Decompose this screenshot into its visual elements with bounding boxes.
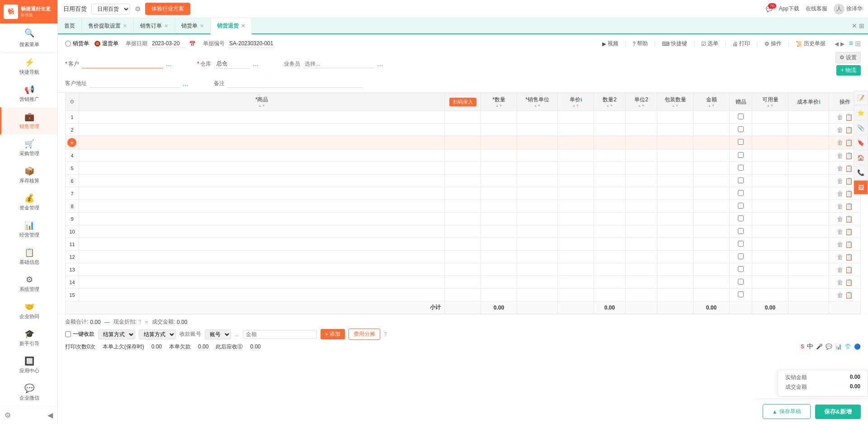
- address-input[interactable]: [90, 79, 180, 88]
- sidebar-item-sales[interactable]: 💼 销售管理: [0, 107, 57, 134]
- cell-pack-1[interactable]: [657, 111, 693, 124]
- gift-checkbox-1[interactable]: [738, 114, 744, 119]
- quick-icon-notes[interactable]: 📝: [854, 91, 868, 105]
- gift-checkbox-3[interactable]: [738, 139, 744, 145]
- th-scan[interactable]: 扫码录入: [445, 93, 481, 111]
- sidebar-item-inventory[interactable]: 📦 库存核算: [0, 162, 57, 189]
- user-area[interactable]: 人 徐泽华: [834, 4, 863, 14]
- bottom-icon-5[interactable]: 📊: [835, 343, 842, 350]
- copy-icon-2[interactable]: 📋: [845, 126, 853, 133]
- quick-icon-bookmark[interactable]: 🔖: [854, 135, 868, 150]
- quick-icon-home[interactable]: 🏠: [854, 150, 868, 165]
- video-btn[interactable]: ▶ 视频: [599, 39, 621, 48]
- copy-icon-4[interactable]: 📋: [845, 152, 853, 159]
- fee-help-icon[interactable]: ?: [384, 331, 387, 338]
- nav-next-icon[interactable]: ▶: [840, 41, 844, 47]
- sidebar-item-finance[interactable]: 💰 资金管理: [0, 189, 57, 216]
- th-avail-sort[interactable]: ▲▼: [754, 104, 786, 108]
- account-picker-btn[interactable]: ...: [235, 331, 239, 338]
- view-list-icon[interactable]: ≡: [849, 39, 853, 48]
- sidebar-collapse-icon[interactable]: ◀: [47, 411, 53, 419]
- th-gear[interactable]: ⚙: [66, 93, 79, 111]
- sidebar-item-newbie[interactable]: 🎓 新手引导: [0, 324, 57, 352]
- cell-unit2-1[interactable]: [626, 111, 657, 124]
- tab-sr-close[interactable]: ✕: [241, 23, 245, 29]
- customer-input[interactable]: [82, 60, 163, 68]
- bottom-icon-3[interactable]: 🎤: [816, 343, 823, 350]
- tab-menu-icon[interactable]: ⊞: [859, 22, 864, 29]
- delete-icon-1[interactable]: 🗑: [837, 114, 843, 121]
- view-grid-icon[interactable]: ⊞: [855, 39, 861, 48]
- tab-sd-close[interactable]: ✕: [200, 23, 204, 29]
- shortcut-btn[interactable]: ⌨ 快捷键: [659, 39, 690, 48]
- operate-btn[interactable]: ⚙ 操作: [762, 39, 784, 48]
- tab-sales-delivery[interactable]: 销货单 ✕: [175, 18, 211, 34]
- quick-icon-phone[interactable]: 📞: [854, 165, 868, 180]
- delete-icon-2[interactable]: 🗑: [837, 126, 843, 133]
- sidebar-item-quicknav[interactable]: ⚡ 快捷导航: [0, 53, 57, 80]
- cell-qty2-1[interactable]: [594, 111, 626, 124]
- tab-price-setting[interactable]: 售价提取设置 ✕: [82, 18, 134, 34]
- save-draft-btn[interactable]: ▲ 保存草稿: [763, 404, 811, 419]
- app-download-btn[interactable]: App下载: [779, 5, 799, 13]
- copy-icon-3[interactable]: 📋: [845, 139, 853, 146]
- bottom-icon-2[interactable]: 中: [807, 343, 813, 351]
- one-click-payment-label[interactable]: 一键收款: [65, 330, 94, 338]
- salesperson-picker-btn[interactable]: ...: [377, 60, 383, 68]
- gift-checkbox-4[interactable]: [738, 152, 744, 158]
- cell-product-2[interactable]: [79, 124, 445, 136]
- sidebar-item-purchase[interactable]: 🛒 采购管理: [0, 134, 57, 162]
- sidebar-item-appstore[interactable]: 🔲 应用中心: [0, 352, 57, 379]
- sidebar-item-wechat[interactable]: 💬 企业微信: [0, 379, 57, 406]
- one-click-checkbox[interactable]: [65, 331, 71, 337]
- radio-sales-return[interactable]: 退货单: [94, 40, 118, 48]
- cell-product-1[interactable]: [79, 111, 445, 124]
- tab-sales-return[interactable]: 销货退货 ✕: [211, 18, 252, 34]
- cell-product-3[interactable]: [79, 136, 445, 149]
- sidebar-item-marketing[interactable]: 📢 营销推广: [0, 80, 57, 107]
- cost-price-info-icon[interactable]: ℹ: [819, 99, 821, 105]
- radio-sales-delivery[interactable]: 销货单: [65, 40, 89, 48]
- cell-amount-1[interactable]: [693, 111, 730, 124]
- sidebar-item-search[interactable]: 🔍 搜索菜单: [0, 24, 57, 53]
- cell-price-1[interactable]: [558, 111, 594, 124]
- help-btn[interactable]: ? 帮助: [630, 39, 651, 48]
- th-unit2-sort[interactable]: ▲▼: [627, 104, 655, 108]
- th-qty-sort[interactable]: ▲▼: [483, 104, 515, 108]
- scan-btn[interactable]: 扫码录入: [449, 98, 476, 106]
- add-logistics-btn[interactable]: + 物流: [836, 65, 861, 76]
- add-payment-btn[interactable]: + 添加: [321, 329, 345, 339]
- nav-prev-icon[interactable]: ◀: [835, 41, 839, 47]
- delete-icon-3[interactable]: 🗑: [837, 139, 843, 146]
- copy-icon-1[interactable]: 📋: [845, 114, 853, 121]
- th-price-sort[interactable]: ▲▼: [560, 104, 592, 108]
- tab-home[interactable]: 首页: [58, 18, 82, 34]
- category-select[interactable]: 日用百货: [91, 4, 130, 14]
- customer-picker-btn[interactable]: ...: [166, 60, 172, 68]
- history-btn[interactable]: 📜 历史单据: [793, 39, 828, 48]
- product-input-1[interactable]: [81, 114, 443, 120]
- remark-input[interactable]: [227, 79, 363, 88]
- online-service-btn[interactable]: 在线客服: [806, 5, 827, 13]
- warehouse-picker-btn[interactable]: ...: [253, 60, 259, 68]
- quick-icon-star[interactable]: ⭐: [854, 105, 868, 120]
- print-btn[interactable]: 🖨 打印: [730, 39, 753, 48]
- add-row-btn[interactable]: +: [67, 138, 76, 147]
- bottom-icon-6[interactable]: 👕: [844, 343, 851, 350]
- calc-method-select[interactable]: 结算方式: [139, 329, 176, 339]
- settle-method-select[interactable]: 结算方式: [98, 329, 135, 339]
- th-pack-sort[interactable]: ▲▼: [659, 104, 691, 108]
- topbar-gear-icon[interactable]: ⚙: [135, 5, 141, 13]
- cell-unit-1[interactable]: [517, 111, 558, 124]
- th-unit-sort[interactable]: ▲▼: [519, 104, 556, 108]
- gift-checkbox-2[interactable]: [738, 126, 744, 132]
- account-select[interactable]: 账号: [205, 329, 231, 339]
- cell-gift-1[interactable]: [730, 111, 752, 124]
- save-new-btn[interactable]: 保存&新增: [815, 405, 861, 419]
- bottom-icon-7[interactable]: 🔵: [854, 343, 861, 350]
- sidebar-item-basic[interactable]: 📋 基础信息: [0, 243, 57, 270]
- amount-input[interactable]: [243, 330, 317, 339]
- sidebar-item-operations[interactable]: 📊 经营管理: [0, 216, 57, 243]
- discount-help-icon[interactable]: ?: [138, 319, 142, 325]
- message-badge-wrap[interactable]: 💬 70: [766, 6, 773, 12]
